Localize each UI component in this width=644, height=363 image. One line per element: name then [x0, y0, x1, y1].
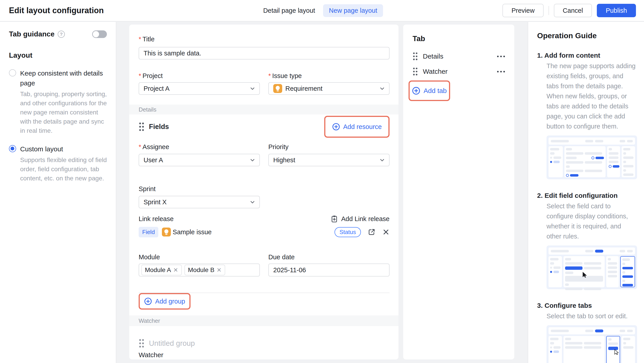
requirement-lightbulb-icon	[273, 84, 282, 93]
chevron-down-icon	[250, 199, 255, 205]
issue-type-select[interactable]: Requirement	[268, 82, 390, 95]
due-date-field-label: Due date	[268, 253, 390, 261]
issue-type-field-label: * Issue type	[268, 72, 390, 80]
guide-step-3-description: Select the tab to sort or edit.	[546, 311, 637, 321]
chevron-down-icon	[250, 86, 255, 91]
tab-guidance-toggle[interactable]	[92, 30, 107, 38]
guide-step-2-description: Select the field card to configure displ…	[546, 201, 637, 241]
radio-option-keep-consistent[interactable]: Keep consistent with details page Tab, g…	[9, 68, 107, 135]
layout-heading: Layout	[9, 51, 107, 59]
module-tag: Module A✕	[141, 265, 182, 275]
remove-chip-icon[interactable]: ✕	[173, 267, 178, 274]
fields-group-title: Fields	[149, 123, 169, 131]
project-select[interactable]: Project A	[139, 82, 260, 95]
add-tab-callout: Add tab	[408, 80, 450, 101]
add-resource-button[interactable]: Add resource	[332, 123, 382, 131]
option-label: Custom layout	[20, 144, 105, 154]
cursor-icon	[614, 349, 619, 355]
chevron-down-icon	[379, 157, 385, 163]
sprint-select[interactable]: Sprint X	[139, 196, 260, 208]
field-chip: Field	[139, 227, 158, 237]
linked-issue-title[interactable]: Sample issue	[173, 228, 212, 236]
issue-lightbulb-icon	[162, 228, 171, 237]
module-field-label: Module	[139, 253, 260, 261]
required-asterisk: *	[139, 72, 141, 80]
required-asterisk: *	[139, 143, 141, 151]
preview-button[interactable]: Preview	[502, 4, 544, 17]
add-group-button[interactable]: Add group	[144, 297, 185, 305]
tab-panel: Tab Details Watcher Add tab	[403, 24, 514, 360]
settings-sidebar: Tab guidance Layout Keep consistent with…	[0, 22, 116, 363]
priority-select[interactable]: Highest	[268, 154, 390, 166]
guide-illustration-configure-tabs	[546, 325, 637, 363]
guide-step-2-title: 2. Edit field configuration	[537, 192, 636, 199]
clipboard-plus-icon	[330, 215, 338, 223]
add-tab-button[interactable]: Add tab	[412, 86, 446, 95]
help-icon[interactable]	[58, 31, 65, 38]
remove-chip-icon[interactable]: ✕	[217, 267, 222, 274]
layout-switch-tabs: Detail page layout New page layout	[261, 4, 383, 17]
drag-handle-icon[interactable]	[139, 339, 144, 348]
status-badge[interactable]: Status	[334, 227, 361, 237]
publish-button[interactable]: Publish	[597, 4, 636, 17]
radio-option-custom-layout[interactable]: Custom layout Supports flexible editing …	[9, 144, 107, 183]
option-label: Keep consistent with details page	[20, 68, 105, 88]
page-title: Edit layout configuration	[9, 6, 104, 15]
tab-row-details[interactable]: Details	[412, 49, 505, 63]
drag-handle-icon[interactable]	[412, 52, 418, 61]
drag-handle-icon[interactable]	[139, 122, 144, 131]
assignee-field-label: * Assignee	[139, 143, 260, 151]
due-date-input[interactable]: 2025-11-06	[268, 264, 390, 277]
guide-step-3-title: 3. Configure tabs	[537, 302, 636, 309]
drag-handle-icon[interactable]	[412, 67, 418, 76]
form-preview-card: * Title This is sample data. * Project *…	[129, 24, 398, 360]
module-multiselect[interactable]: Module A✕ Module B✕	[139, 264, 260, 277]
watcher-field-label: Watcher	[139, 351, 390, 359]
link-release-label: Link release	[139, 215, 174, 223]
title-input[interactable]: This is sample data.	[139, 47, 390, 59]
guide-illustration-add-form-content	[546, 135, 637, 179]
required-asterisk: *	[139, 35, 141, 43]
tab-row-watcher[interactable]: Watcher	[412, 64, 505, 79]
radio-icon-unselected[interactable]	[9, 69, 16, 76]
more-menu-icon[interactable]	[497, 56, 505, 57]
guide-illustration-edit-field	[546, 245, 637, 289]
project-field-label: * Project	[139, 72, 260, 80]
chevron-down-icon	[250, 157, 255, 163]
untitled-group-title[interactable]: Untitled group	[149, 339, 195, 348]
option-description: Tab, grouping, property sorting, and oth…	[20, 89, 107, 135]
title-field-label: * Title	[139, 35, 390, 43]
radio-icon-selected[interactable]	[9, 145, 16, 152]
open-external-icon[interactable]	[368, 228, 376, 236]
module-tag: Module B✕	[184, 265, 225, 275]
header-actions: Preview Cancel Publish	[502, 4, 636, 17]
operation-guide-panel: Operation Guide 1. Add form content The …	[528, 22, 644, 363]
top-header: Edit layout configuration Detail page la…	[0, 0, 644, 21]
assignee-select[interactable]: User A	[139, 154, 260, 166]
watcher-section-header: Watcher	[129, 315, 398, 326]
priority-field-label: Priority	[268, 143, 390, 151]
add-resource-callout: Add resource	[324, 116, 390, 138]
plus-circle-icon	[412, 86, 420, 95]
chevron-down-icon	[379, 86, 385, 91]
required-asterisk: *	[268, 72, 271, 80]
add-group-callout: Add group	[139, 293, 190, 310]
operation-guide-heading: Operation Guide	[537, 31, 636, 40]
guide-step-1-description: The new page supports adding existing fi…	[546, 61, 637, 131]
vertical-divider	[548, 6, 549, 15]
toggle-knob	[93, 31, 99, 37]
details-section-header: Details	[129, 105, 398, 114]
cursor-icon	[582, 272, 587, 278]
guide-step-1-title: 1. Add form content	[537, 52, 636, 59]
more-menu-icon[interactable]	[497, 71, 505, 72]
cancel-button[interactable]: Cancel	[554, 4, 592, 17]
sprint-field-label: Sprint	[139, 185, 390, 193]
tab-new-page-layout[interactable]: New page layout	[323, 4, 383, 17]
add-link-release-button[interactable]: Add Link release	[330, 215, 390, 223]
plus-circle-icon	[144, 297, 152, 305]
tab-detail-page-layout[interactable]: Detail page layout	[261, 4, 317, 17]
tab-guidance-label: Tab guidance	[9, 30, 54, 38]
option-description: Supports flexible editing of field order…	[20, 155, 107, 183]
plus-circle-icon	[332, 123, 340, 131]
remove-issue-icon[interactable]	[382, 228, 390, 236]
